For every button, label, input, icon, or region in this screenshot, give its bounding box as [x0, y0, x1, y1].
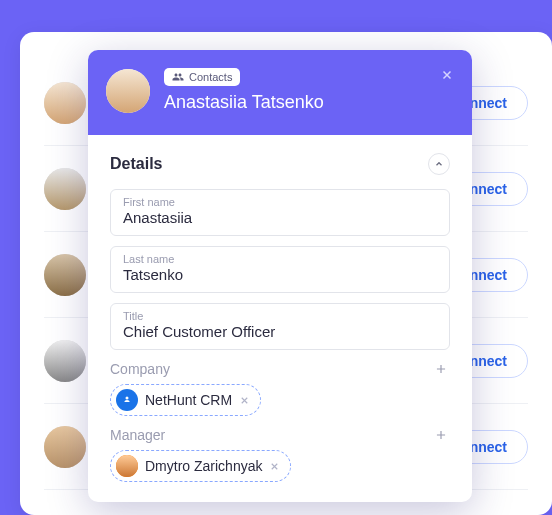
panel-body: Details First name Last name Title Compa… — [88, 135, 472, 502]
plus-icon — [434, 428, 448, 442]
avatar — [44, 340, 86, 382]
field-label: Title — [123, 310, 437, 322]
avatar — [44, 254, 86, 296]
close-icon — [239, 395, 250, 406]
contact-detail-panel: Contacts Anastasiia Tatsenko Details Fir… — [88, 50, 472, 502]
svg-point-0 — [126, 397, 129, 400]
first-name-field[interactable]: First name — [110, 189, 450, 236]
remove-company-button[interactable] — [239, 395, 250, 406]
contact-avatar — [106, 69, 150, 113]
company-logo-icon — [116, 389, 138, 411]
avatar — [44, 168, 86, 210]
add-company-button[interactable] — [432, 360, 450, 378]
avatar — [44, 426, 86, 468]
plus-icon — [434, 362, 448, 376]
manager-chip[interactable]: Dmytro Zarichnyak — [110, 450, 291, 482]
field-label: First name — [123, 196, 437, 208]
contacts-badge: Contacts — [164, 68, 240, 86]
manager-avatar — [116, 455, 138, 477]
last-name-input[interactable] — [123, 266, 437, 283]
close-icon — [269, 461, 280, 472]
last-name-field[interactable]: Last name — [110, 246, 450, 293]
chip-label: NetHunt CRM — [145, 392, 232, 408]
close-button[interactable] — [436, 64, 458, 86]
people-icon — [172, 71, 184, 83]
collapse-button[interactable] — [428, 153, 450, 175]
chevron-up-icon — [434, 159, 444, 169]
first-name-input[interactable] — [123, 209, 437, 226]
company-chip[interactable]: NetHunt CRM — [110, 384, 261, 416]
company-label: Company — [110, 361, 170, 377]
details-heading: Details — [110, 155, 162, 173]
avatar — [44, 82, 86, 124]
add-manager-button[interactable] — [432, 426, 450, 444]
title-input[interactable] — [123, 323, 437, 340]
remove-manager-button[interactable] — [269, 461, 280, 472]
manager-label: Manager — [110, 427, 165, 443]
chip-label: Dmytro Zarichnyak — [145, 458, 262, 474]
contact-name: Anastasiia Tatsenko — [164, 92, 324, 113]
field-label: Last name — [123, 253, 437, 265]
panel-header: Contacts Anastasiia Tatsenko — [88, 50, 472, 135]
title-field[interactable]: Title — [110, 303, 450, 350]
close-icon — [440, 68, 454, 82]
badge-label: Contacts — [189, 71, 232, 83]
